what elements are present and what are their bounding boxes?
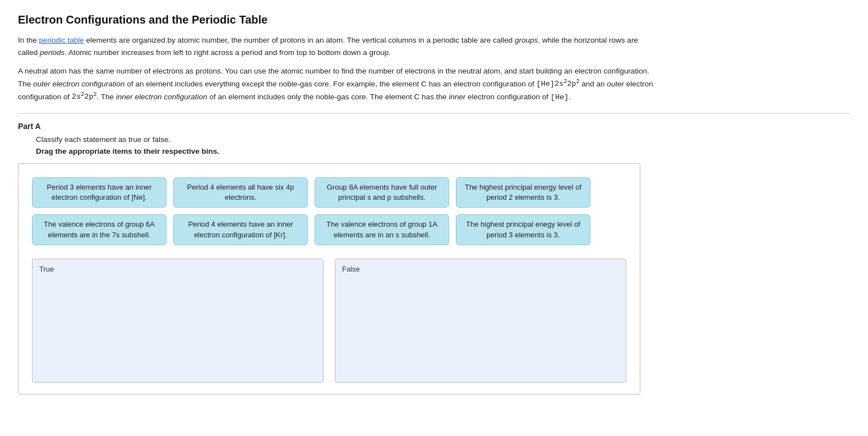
- true-bin[interactable]: True: [32, 259, 324, 383]
- false-bin-label: False: [342, 265, 619, 273]
- intro-paragraph-1: In the periodic table elements are organ…: [18, 34, 657, 58]
- drag-area: Period 3 elements have an inner electron…: [18, 163, 640, 394]
- part-label: Part A: [18, 122, 850, 131]
- false-bin[interactable]: False: [335, 259, 626, 383]
- drag-row-1: Period 3 elements have an inner electron…: [32, 177, 626, 208]
- instruction-2: Drag the appropriate items to their resp…: [18, 147, 850, 155]
- drag-item-7[interactable]: The valence electrons of group 1A elemen…: [315, 214, 449, 245]
- drag-item-8[interactable]: The highest principal enegy level of per…: [456, 214, 590, 245]
- drag-item-3[interactable]: Group 8A elements have full outer princi…: [315, 177, 449, 208]
- true-bin-label: True: [39, 265, 316, 273]
- drag-row-2: The valence electrons of group 6A elemen…: [32, 214, 626, 245]
- bins-container: True False: [32, 259, 626, 383]
- instruction-1: Classify each statement as true or false…: [18, 135, 850, 144]
- drag-items-container: Period 3 elements have an inner electron…: [32, 177, 626, 245]
- drag-item-4[interactable]: The highest principal energy level of pe…: [456, 177, 590, 208]
- intro-paragraph-2: A neutral atom has the same number of el…: [18, 65, 657, 103]
- periodic-table-link[interactable]: periodic table: [39, 36, 84, 44]
- page-title: Electron Configurations and the Periodic…: [18, 13, 850, 26]
- divider: [18, 113, 850, 114]
- false-bin-inner: [342, 276, 619, 377]
- drag-item-2[interactable]: Period 4 elements all have six 4p electr…: [173, 177, 308, 208]
- drag-item-6[interactable]: Period 4 elements have an inner electron…: [173, 214, 308, 245]
- drag-item-1[interactable]: Period 3 elements have an inner electron…: [32, 177, 167, 208]
- true-bin-inner: [39, 276, 316, 377]
- drag-item-5[interactable]: The valence electrons of group 6A elemen…: [32, 214, 167, 245]
